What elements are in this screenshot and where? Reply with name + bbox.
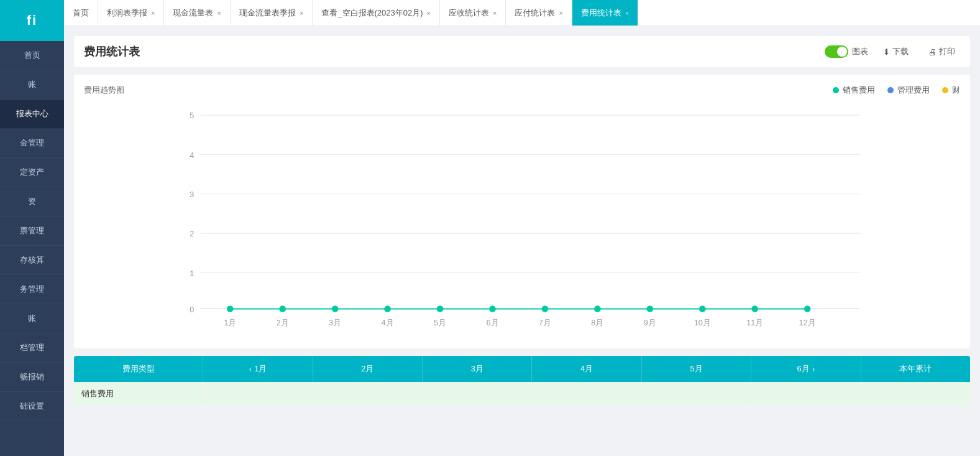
svg-point-19 (542, 305, 549, 312)
svg-text:9月: 9月 (644, 319, 656, 327)
chart-header: 费用趋势图 销售费用 管理费用 财 (84, 85, 960, 96)
header-actions: 图表 ⬇ 下载 🖨 打印 (825, 44, 960, 60)
sidebar-item-ledger[interactable]: 账 (0, 304, 64, 333)
th-m4: 4月 (532, 356, 641, 382)
sidebar-item-inventory[interactable]: 存核算 (0, 246, 64, 275)
th-m6-label: 6月 (797, 363, 809, 375)
legend-dot-admin (887, 87, 894, 93)
svg-text:2月: 2月 (277, 319, 289, 327)
th-m1-label: 1月 (254, 363, 267, 375)
download-button[interactable]: ⬇ 下载 (878, 44, 914, 60)
th-m3: 3月 (423, 356, 532, 382)
svg-point-15 (332, 305, 339, 312)
logo: fi (0, 0, 64, 41)
tab-label: 应付统计表 (515, 7, 555, 19)
legend-item-sales: 销售费用 (833, 85, 875, 96)
tab-blank-report[interactable]: 查看_空白报表(2023年02月) × (313, 0, 440, 26)
prev-arrow[interactable]: ‹ (249, 364, 252, 374)
tab-home-label: 首页 (73, 7, 89, 19)
close-icon[interactable]: × (300, 9, 303, 17)
svg-text:0: 0 (190, 305, 194, 314)
tab-label: 查看_空白报表(2023年02月) (321, 7, 423, 19)
svg-text:3月: 3月 (329, 319, 341, 327)
tab-home[interactable]: 首页 (64, 0, 98, 26)
expense-table: 费用类型 ‹ 1月 2月 3月 4月 5月 (74, 356, 970, 406)
svg-point-18 (489, 305, 496, 312)
print-label: 打印 (939, 46, 955, 57)
chart-toggle[interactable] (825, 45, 848, 58)
legend-label-finance: 财 (952, 85, 960, 96)
page-content: 费用统计表 图表 ⬇ 下载 🖨 打印 费用趋势图 (64, 26, 980, 456)
tab-receivable[interactable]: 应收统计表 × (440, 0, 506, 26)
close-icon[interactable]: × (217, 9, 221, 17)
table-row: 销售费用 (74, 382, 970, 406)
chart-legend: 销售费用 管理费用 财 (833, 85, 960, 96)
tab-label: 费用统计表 (581, 7, 621, 19)
sidebar-item-archive[interactable]: 档管理 (0, 333, 64, 363)
th-yearly: 本年累计 (861, 356, 970, 382)
td-yearly (861, 382, 970, 406)
sidebar-item-assets[interactable]: 定资产 (0, 158, 64, 187)
tab-cashflow-quarterly[interactable]: 现金流量表季报 × (231, 0, 313, 26)
tab-payable[interactable]: 应付统计表 × (506, 0, 572, 26)
close-icon[interactable]: × (559, 9, 562, 17)
th-m6: 6月 › (751, 356, 861, 382)
print-icon: 🖨 (928, 47, 936, 57)
svg-text:1: 1 (190, 269, 194, 278)
th-m1: ‹ 1月 (203, 356, 313, 382)
chart-toggle-label: 图表 (852, 46, 868, 57)
svg-point-23 (751, 305, 758, 312)
close-icon[interactable]: × (625, 9, 629, 17)
td-m5 (643, 382, 752, 406)
chart-title: 费用趋势图 (84, 85, 124, 96)
svg-text:12月: 12月 (799, 319, 816, 327)
table-header: 费用类型 ‹ 1月 2月 3月 4月 5月 (74, 356, 970, 382)
svg-text:5月: 5月 (434, 319, 446, 327)
close-icon[interactable]: × (151, 9, 155, 17)
svg-text:7月: 7月 (539, 319, 551, 327)
next-arrow[interactable]: › (812, 364, 815, 374)
svg-text:6月: 6月 (486, 319, 498, 327)
legend-label-admin: 管理费用 (897, 85, 930, 96)
close-icon[interactable]: × (493, 9, 497, 17)
svg-text:11月: 11月 (746, 319, 763, 327)
svg-point-21 (647, 305, 654, 312)
sidebar-item-service[interactable]: 务管理 (0, 275, 64, 304)
page-header: 费用统计表 图表 ⬇ 下载 🖨 打印 (74, 36, 970, 67)
tab-expense[interactable]: 费用统计表 × (572, 0, 638, 26)
main-area: 首页 利润表季报 × 现金流量表 × 现金流量表季报 × 查看_空白报表(202… (64, 0, 980, 456)
th-m4-label: 4月 (580, 363, 593, 375)
th-m5: 5月 (642, 356, 751, 382)
sidebar-item-expense[interactable]: 畅报销 (0, 363, 64, 392)
legend-item-admin: 管理费用 (887, 85, 930, 96)
th-m3-label: 3月 (471, 363, 483, 375)
svg-text:3: 3 (190, 190, 194, 199)
td-m3 (424, 382, 534, 406)
sidebar-item-cash[interactable]: 金管理 (0, 129, 64, 158)
chart-container: 费用趋势图 销售费用 管理费用 财 (74, 75, 970, 348)
th-m2-label: 2月 (361, 363, 373, 375)
sidebar-item-reports[interactable]: 报表中心 (0, 100, 64, 129)
td-m2 (315, 382, 424, 406)
chart-toggle-wrap[interactable]: 图表 (825, 45, 868, 58)
sidebar-item-capital[interactable]: 资 (0, 187, 64, 216)
print-button[interactable]: 🖨 打印 (923, 44, 960, 60)
sidebar-item-invoice[interactable]: 票管理 (0, 216, 64, 246)
legend-label-sales: 销售费用 (843, 85, 875, 96)
svg-text:1月: 1月 (224, 319, 236, 327)
td-m1 (206, 382, 315, 406)
tab-label: 现金流量表 (173, 7, 213, 19)
sidebar-item-settings[interactable]: 础设置 (0, 392, 64, 421)
tab-cashflow[interactable]: 现金流量表 × (164, 0, 230, 26)
svg-point-17 (437, 305, 444, 312)
td-type: 销售费用 (74, 382, 206, 406)
legend-item-finance: 财 (942, 85, 960, 96)
tab-bar: 首页 利润表季报 × 现金流量表 × 现金流量表季报 × 查看_空白报表(202… (64, 0, 980, 26)
tab-profit-quarterly[interactable]: 利润表季报 × (98, 0, 164, 26)
svg-text:10月: 10月 (694, 319, 711, 327)
th-m5-label: 5月 (690, 363, 702, 375)
sidebar-item-account[interactable]: 账 (0, 70, 64, 100)
th-m2: 2月 (313, 356, 423, 382)
close-icon[interactable]: × (427, 9, 431, 17)
sidebar-item-home[interactable]: 首页 (0, 41, 64, 70)
